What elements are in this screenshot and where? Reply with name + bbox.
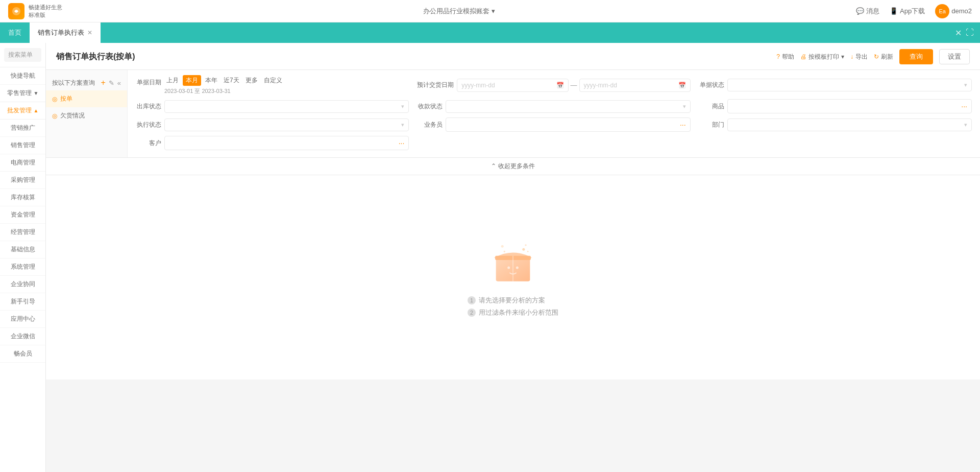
tab-bar-right: ✕ ⛶ — [955, 28, 980, 38]
sidebar-item-marketing[interactable]: 营销推广 — [0, 120, 45, 137]
date-tab-more[interactable]: 更多 — [243, 75, 260, 86]
salesperson-label: 业务员 — [417, 121, 443, 129]
sidebar-item-quick-nav[interactable]: 快捷导航 — [0, 67, 45, 85]
scheme-collapse-icon[interactable]: « — [117, 79, 121, 87]
chevron-down-icon: ▼ — [34, 90, 39, 96]
header-right: 💬 消息 📱 App下载 Ea demo2 — [856, 4, 972, 18]
sidebar-search[interactable]: 搜索菜单 — [0, 43, 45, 67]
download-icon: 📱 — [890, 7, 898, 15]
tab-maximize-icon[interactable]: ⛶ — [966, 28, 974, 37]
recv-status-select[interactable]: ▾ — [446, 100, 690, 113]
tab-close-icon[interactable]: ✕ — [87, 29, 92, 36]
out-status-select[interactable]: ▾ — [164, 100, 409, 113]
sidebar-item-app-center[interactable]: 应用中心 — [0, 311, 45, 328]
date-tab-last-month[interactable]: 上月 — [164, 75, 181, 86]
message-action[interactable]: 💬 消息 — [856, 7, 879, 16]
user-menu[interactable]: Ea demo2 — [935, 4, 972, 18]
sidebar-item-wholesale-mgmt[interactable]: 批发管理 ▲ — [0, 102, 45, 120]
date-tab-current-month[interactable]: 本月 — [183, 75, 201, 86]
scheme-debt-icon: ◎ — [52, 112, 57, 120]
sidebar-item-sales-mgmt[interactable]: 销售管理 — [0, 137, 45, 154]
sidebar-item-member[interactable]: 畅会员 — [0, 345, 45, 363]
exec-status-label: 执行状态 — [136, 121, 161, 129]
customer-group: 客户 ··· — [136, 136, 409, 150]
svg-point-9 — [507, 267, 510, 269]
settings-button[interactable]: 设置 — [939, 49, 970, 64]
empty-hints: 1 请先选择要分析的方案 2 用过滤条件来缩小分析范围 — [468, 296, 558, 320]
sidebar-item-enterprise-wechat[interactable]: 企业微信 — [0, 328, 45, 345]
sidebar-item-inventory[interactable]: 库存核算 — [0, 189, 45, 206]
hint-num-1: 1 — [468, 296, 476, 304]
scheme-title: 按以下方案查询 + ✎ « — [46, 75, 127, 90]
content-area: 销售订单执行表(按单) ? 帮助 🖨 按模板打印 ▾ ↓ 导出 ↻ 刷新 — [46, 43, 980, 472]
sidebar-item-sys-mgmt[interactable]: 系统管理 — [0, 258, 45, 276]
tab-bar: 首页 销售订单执行表 ✕ ✕ ⛶ — [0, 22, 980, 43]
query-button[interactable]: 查询 — [899, 49, 933, 64]
export-button[interactable]: ↓ 导出 — [850, 53, 868, 61]
expected-date-end-input[interactable]: yyyy-mm-dd 📅 — [579, 79, 691, 92]
sidebar-item-newbie[interactable]: 新手引导 — [0, 293, 45, 311]
scheme-item-by-order[interactable]: ◎ 按单 — [46, 90, 127, 107]
scheme-order-icon: ◎ — [52, 96, 57, 103]
doc-status-select[interactable]: ▾ — [727, 79, 972, 91]
help-button[interactable]: ? 帮助 — [776, 53, 794, 61]
salesperson-group: 业务员 ··· — [417, 117, 690, 132]
expected-date-start-input[interactable]: yyyy-mm-dd 📅 — [457, 79, 568, 92]
salesperson-more-icon: ··· — [680, 121, 686, 129]
out-status-chevron-icon: ▾ — [401, 103, 404, 110]
recv-status-label: 收款状态 — [417, 102, 443, 111]
exec-status-select[interactable]: ▾ — [164, 119, 409, 131]
dept-group: 部门 ▾ — [699, 117, 972, 132]
tab-home[interactable]: 首页 — [0, 22, 30, 43]
sidebar-item-enterprise[interactable]: 企业协同 — [0, 276, 45, 293]
sidebar-item-finance-mgmt[interactable]: 资金管理 — [0, 206, 45, 224]
doc-status-chevron-icon: ▾ — [964, 82, 967, 88]
print-button[interactable]: 🖨 按模板打印 ▾ — [800, 53, 844, 61]
date-range-sep: — — [571, 81, 577, 89]
filter-panel: 按以下方案查询 + ✎ « ◎ 按单 ◎ 欠货情况 — [46, 70, 980, 158]
goods-input[interactable]: ··· — [727, 99, 972, 113]
recv-status-chevron-icon: ▾ — [683, 103, 686, 110]
dept-label: 部门 — [699, 121, 724, 129]
print-icon: 🖨 — [800, 53, 806, 60]
search-menu-button[interactable]: 搜索菜单 — [4, 48, 41, 62]
empty-hint-2: 2 用过滤条件来缩小分析范围 — [468, 308, 558, 317]
sidebar-item-retail-mgmt[interactable]: 零售管理 ▼ — [0, 85, 45, 102]
salesperson-input[interactable]: ··· — [446, 117, 690, 132]
customer-input[interactable]: ··· — [164, 136, 409, 150]
account-dropdown[interactable]: 办公用品行业模拟账套 ▾ — [423, 7, 495, 16]
dept-select[interactable]: ▾ — [727, 119, 972, 131]
tab-close-all-icon[interactable]: ✕ — [955, 28, 962, 38]
export-icon: ↓ — [850, 53, 853, 60]
out-status-group: 出库状态 ▾ — [136, 99, 409, 113]
tab-sales-order[interactable]: 销售订单执行表 ✕ — [30, 22, 101, 43]
empty-illustration — [487, 234, 538, 286]
customer-more-icon: ··· — [399, 139, 405, 147]
sidebar-item-purchase-mgmt[interactable]: 采购管理 — [0, 172, 45, 189]
top-header: 畅捷通好生意 标准版 办公用品行业模拟账套 ▾ 💬 消息 📱 App下载 Ea … — [0, 0, 980, 22]
refresh-button[interactable]: ↻ 刷新 — [874, 53, 893, 61]
date-tab-current-year[interactable]: 本年 — [203, 75, 219, 86]
scheme-add-button[interactable]: + — [101, 78, 105, 87]
sidebar-item-ops-mgmt[interactable]: 经营管理 — [0, 224, 45, 241]
svg-point-10 — [516, 267, 519, 269]
scheme-item-by-debt[interactable]: ◎ 欠货情况 — [46, 107, 127, 124]
svg-point-4 — [522, 248, 525, 251]
scheme-edit-icon[interactable]: ✎ — [109, 79, 114, 87]
collapse-more-button[interactable]: ⌃ 收起更多条件 — [46, 158, 980, 175]
app-download-action[interactable]: 📱 App下载 — [890, 7, 925, 16]
svg-point-8 — [501, 245, 504, 248]
sidebar-item-ecom-mgmt[interactable]: 电商管理 — [0, 154, 45, 172]
help-icon: ? — [776, 53, 780, 60]
sidebar-item-base-info[interactable]: 基础信息 — [0, 241, 45, 258]
chevron-up-icon: ▲ — [34, 108, 39, 113]
date-tab-last-7-days[interactable]: 近7天 — [222, 75, 241, 86]
svg-point-6 — [527, 251, 529, 252]
calendar-end-icon: 📅 — [678, 82, 686, 89]
doc-status-group: 单据状态 ▾ — [699, 75, 972, 95]
page-actions: ? 帮助 🖨 按模板打印 ▾ ↓ 导出 ↻ 刷新 查询 设置 — [776, 49, 970, 64]
recv-status-group: 收款状态 ▾ — [417, 99, 690, 113]
print-chevron-icon: ▾ — [841, 53, 844, 60]
date-tab-custom[interactable]: 自定义 — [262, 75, 284, 86]
out-status-label: 出库状态 — [136, 102, 161, 111]
